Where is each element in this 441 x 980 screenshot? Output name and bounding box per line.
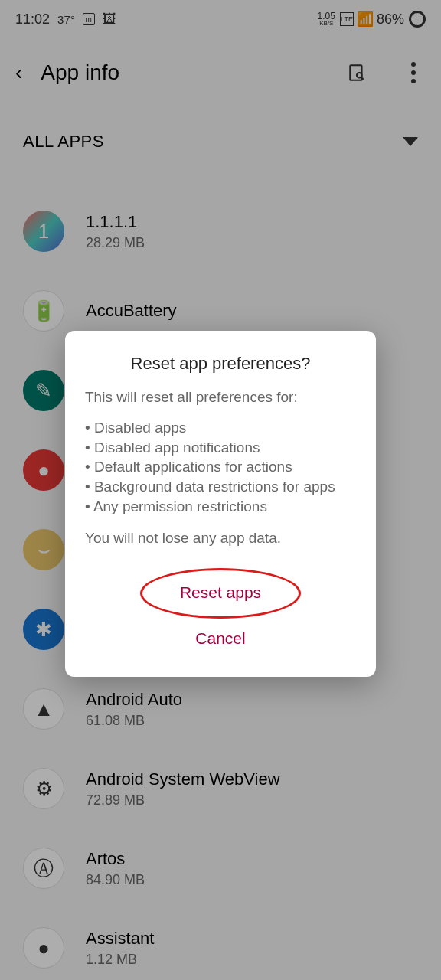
dialog-bullet: • Background data restrictions for apps [85, 477, 356, 497]
dialog-bullet: • Default applications for actions [85, 457, 356, 477]
dialog-intro: This will reset all preferences for: [85, 389, 356, 406]
dialog-bullet: • Disabled apps [85, 418, 356, 438]
reset-dialog: Reset app preferences? This will reset a… [65, 331, 376, 677]
dialog-bullet: • Disabled app notifications [85, 438, 356, 458]
reset-button[interactable]: Reset apps [85, 570, 356, 616]
dialog-bullet: • Any permission restrictions [85, 497, 356, 517]
dialog-item-list: • Disabled apps• Disabled app notificati… [85, 418, 356, 516]
dialog-note: You will not lose any app data. [85, 530, 356, 547]
dialog-title: Reset app preferences? [85, 354, 356, 374]
cancel-button[interactable]: Cancel [85, 616, 356, 662]
